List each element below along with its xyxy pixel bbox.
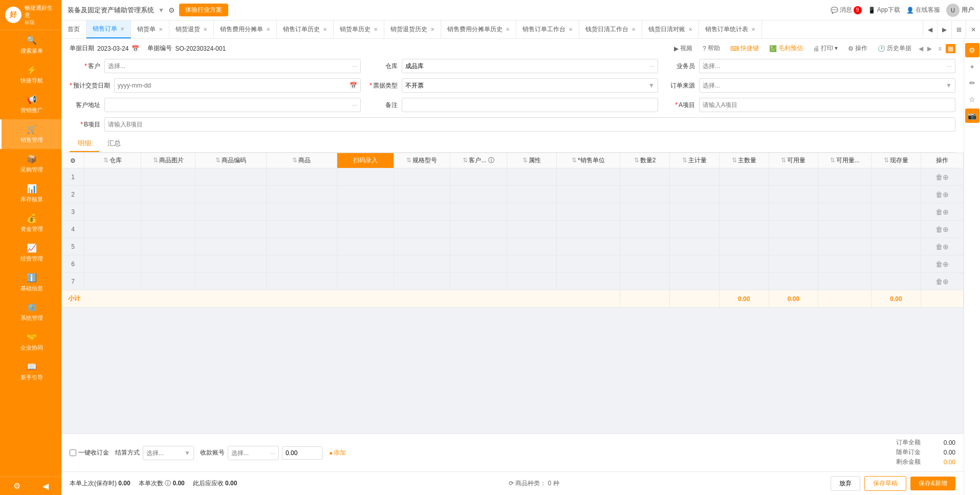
discard-button[interactable]: 放弃 [831, 476, 860, 491]
remark-input[interactable] [405, 101, 655, 109]
col-qty2[interactable]: ⇅数量2 [620, 153, 670, 168]
right-add-icon[interactable]: + [965, 59, 979, 74]
col-warehouse[interactable]: ⇅仓库 [84, 153, 141, 168]
col-product[interactable]: ⇅商品 [266, 153, 337, 168]
payment-dropdown[interactable]: ▼ [184, 449, 190, 457]
delivery-date-input[interactable] [118, 82, 347, 89]
delete-row-icon[interactable]: 🗑 [935, 243, 943, 251]
sidebar-item-basic[interactable]: ℹ️ 基础信息 [0, 268, 61, 297]
account-select[interactable]: ··· [228, 446, 279, 460]
one-click-checkbox[interactable] [70, 449, 76, 456]
delete-row-icon[interactable]: 🗑 [935, 225, 943, 233]
address-input[interactable] [108, 101, 350, 109]
print-btn[interactable]: 🖨打印 ▾ [810, 43, 841, 54]
tab-expense-split[interactable]: 销售费用分摊单 ✕ [214, 20, 277, 38]
tab-return-history[interactable]: 销货退货历史 ✕ [384, 20, 441, 38]
remark-wrapper[interactable] [402, 98, 658, 112]
history-btn[interactable]: 🕐历史单据 [875, 43, 914, 54]
delete-row-icon[interactable]: 🗑 [935, 260, 943, 268]
order-source-wrapper[interactable]: ▼ [699, 78, 955, 93]
operations-btn[interactable]: ⚙操作 [845, 43, 870, 54]
right-scan-icon[interactable]: 📷 [965, 109, 979, 123]
col-sales-unit[interactable]: ⇅*销售单位 [556, 153, 620, 168]
tab-close-icon[interactable]: ✕ [688, 27, 692, 32]
calendar-icon[interactable]: 📅 [132, 45, 139, 52]
address-more-icon[interactable]: ··· [352, 101, 357, 109]
save-draft-button[interactable]: 保存草稿 [864, 476, 906, 491]
tab-prev-btn[interactable]: ◀ [923, 20, 937, 38]
copy-row-icon[interactable]: ⊕ [943, 277, 949, 286]
copy-row-icon[interactable]: ⊕ [943, 260, 949, 268]
b-project-wrapper[interactable] [104, 117, 955, 132]
warehouse-more-icon[interactable]: ··· [649, 62, 655, 70]
tab-close-icon[interactable]: ✕ [323, 27, 327, 32]
sidebar-item-inventory[interactable]: 📊 库存核算 [0, 179, 61, 208]
user-area[interactable]: U 用户 [946, 4, 974, 17]
online-service-btn[interactable]: 👤 在线客服 [906, 6, 940, 14]
col-product-code[interactable]: ⇅商品编码 [195, 153, 266, 168]
tab-close-icon[interactable]: ✕ [120, 26, 124, 32]
nav-next-icon[interactable]: ▶ [927, 45, 932, 52]
nav-prev-icon[interactable]: ◀ [919, 45, 923, 52]
card-view-icon[interactable]: ▦ [946, 44, 955, 53]
copy-row-icon[interactable]: ⊕ [943, 208, 949, 216]
sidebar-item-quick[interactable]: ⚡ 快捷导航 [0, 60, 61, 90]
sidebar-item-enterprise[interactable]: 🤝 企业协同 [0, 327, 61, 357]
invoice-dropdown-icon[interactable]: ▼ [648, 82, 655, 89]
tab-sales-order[interactable]: 销售订单 ✕ [86, 20, 131, 38]
right-settings-icon[interactable]: ⚙ [965, 43, 979, 57]
tab-close-icon[interactable]: ✕ [266, 27, 270, 32]
settings-icon[interactable]: ⚙ [168, 6, 175, 14]
more-icon[interactable]: ··· [352, 62, 357, 70]
b-project-input[interactable] [108, 121, 952, 128]
calendar-icon2[interactable]: 📅 [350, 82, 357, 89]
warehouse-input-wrapper[interactable]: ··· [402, 59, 658, 73]
tab-detail[interactable]: 明细 [70, 136, 99, 152]
invoice-type-wrapper[interactable]: ▼ [402, 78, 658, 93]
tab-close-icon[interactable]: ✕ [751, 27, 755, 32]
delete-row-icon[interactable]: 🗑 [935, 190, 943, 199]
sidebar-item-finance[interactable]: 💰 资金管理 [0, 208, 61, 238]
tab-sales-return[interactable]: 销货退货 ✕ [169, 20, 214, 38]
payment-input[interactable] [146, 449, 182, 457]
sidebar-item-guide[interactable]: 📖 新手引导 [0, 357, 61, 386]
col-scan[interactable]: 扫码录入 [337, 153, 394, 168]
profit-btn[interactable]: 💹毛利预估 [766, 43, 806, 54]
order-source-input[interactable] [703, 82, 944, 89]
tab-order-workbench[interactable]: 销售订单工作台 ✕ [516, 20, 579, 38]
tab-daily-reconcile[interactable]: 钱货日清对账 ✕ [642, 20, 699, 38]
payment-select[interactable]: ▼ [143, 446, 194, 460]
tab-order-history[interactable]: 销售订单历史 ✕ [277, 20, 334, 38]
tab-summary[interactable]: 汇总 [99, 136, 129, 152]
delivery-date-wrapper[interactable]: 📅 [114, 78, 361, 93]
sidebar-item-marketing[interactable]: 📢 营销推广 [0, 90, 61, 119]
tab-daily-workbench[interactable]: 钱货日清工作台 ✕ [579, 20, 642, 38]
refresh-icon[interactable]: ⟳ [509, 480, 514, 487]
col-current[interactable]: ⇅现存量 [872, 153, 921, 168]
account-more-icon[interactable]: ··· [270, 449, 275, 457]
tab-invoice-history[interactable]: 销货单历史 ✕ [334, 20, 384, 38]
save-new-button[interactable]: 保存&新增 [910, 477, 955, 490]
shortcut-btn[interactable]: ⌨快捷键 [727, 43, 762, 54]
col-settings[interactable]: ⚙ [62, 153, 84, 168]
tab-close-icon[interactable]: ✕ [159, 27, 163, 32]
sidebar-item-operations[interactable]: 📈 经营管理 [0, 238, 61, 268]
sidebar-item-search[interactable]: 🔍 搜索菜单 [0, 30, 61, 60]
salesperson-more-icon[interactable]: ··· [947, 62, 952, 70]
copy-row-icon[interactable]: ⊕ [943, 190, 949, 199]
tab-close-icon[interactable]: ✕ [203, 27, 207, 32]
collapse-icon[interactable]: ◀ [42, 481, 49, 491]
col-main-unit[interactable]: ⇅主计量 [669, 153, 719, 168]
account-input[interactable] [231, 449, 268, 457]
col-spec[interactable]: ⇅规格型号 [394, 153, 450, 168]
add-button[interactable]: ● 添加 [329, 448, 346, 457]
customer-input[interactable] [108, 62, 350, 70]
col-main-qty[interactable]: ⇅主数量 [719, 153, 769, 168]
tab-expense-history[interactable]: 销售费用分摊单历史 ✕ [441, 20, 516, 38]
copy-row-icon[interactable]: ⊕ [943, 173, 949, 181]
grid-view-icon[interactable]: ≡ [938, 45, 942, 52]
delete-row-icon[interactable]: 🗑 [935, 208, 943, 216]
sidebar-item-system[interactable]: ⚙️ 系统管理 [0, 297, 61, 327]
tab-close-icon[interactable]: ✕ [631, 27, 636, 32]
col-available2[interactable]: ⇅可用量... [818, 153, 872, 168]
